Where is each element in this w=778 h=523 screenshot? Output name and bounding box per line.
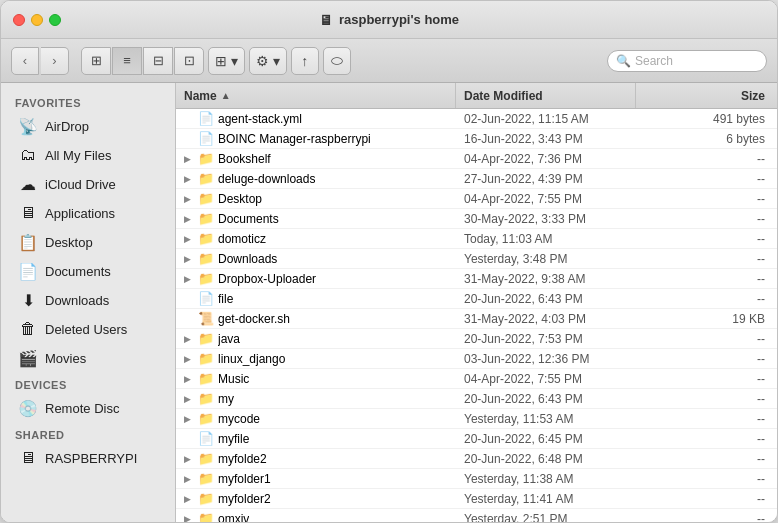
sidebar-icon-documents: 📄 bbox=[19, 262, 37, 280]
sidebar-item-downloads[interactable]: ⬇Downloads bbox=[5, 286, 171, 314]
col-header-name[interactable]: Name ▲ bbox=[176, 83, 456, 108]
table-row[interactable]: ▶📁omxivYesterday, 2:51 PM-- bbox=[176, 509, 777, 522]
table-row[interactable]: ▶📁domoticzToday, 11:03 AM-- bbox=[176, 229, 777, 249]
file-name-cell: ▶📁Dropbox-Uploader bbox=[176, 271, 456, 286]
gallery-view-button[interactable]: ⊡ bbox=[174, 47, 204, 75]
expand-arrow-icon[interactable]: ▶ bbox=[180, 212, 194, 226]
file-type-icon: 📁 bbox=[198, 151, 214, 166]
expand-arrow-icon[interactable]: ▶ bbox=[180, 392, 194, 406]
file-type-icon: 📁 bbox=[198, 271, 214, 286]
sidebar-item-all-my-files[interactable]: 🗂All My Files bbox=[5, 141, 171, 169]
sidebar-item-remote-disc[interactable]: 💿Remote Disc bbox=[5, 394, 171, 422]
file-name-text: Bookshelf bbox=[218, 152, 271, 166]
table-row[interactable]: 📄file20-Jun-2022, 6:43 PM-- bbox=[176, 289, 777, 309]
sidebar-item-icloud-drive[interactable]: ☁iCloud Drive bbox=[5, 170, 171, 198]
col-header-date[interactable]: Date Modified bbox=[456, 83, 636, 108]
arrange-button[interactable]: ⊞ ▾ bbox=[208, 47, 245, 75]
expand-arrow-icon[interactable]: ▶ bbox=[180, 512, 194, 523]
file-name-text: Music bbox=[218, 372, 249, 386]
file-size-cell: -- bbox=[636, 152, 777, 166]
forward-button[interactable]: › bbox=[41, 47, 69, 75]
sidebar-label-downloads: Downloads bbox=[45, 293, 109, 308]
table-row[interactable]: ▶📁my20-Jun-2022, 6:43 PM-- bbox=[176, 389, 777, 409]
file-size-cell: -- bbox=[636, 512, 777, 523]
titlebar: 🖥 raspberrypi's home bbox=[1, 1, 777, 39]
table-row[interactable]: ▶📁Desktop04-Apr-2022, 7:55 PM-- bbox=[176, 189, 777, 209]
expand-arrow-icon[interactable]: ▶ bbox=[180, 152, 194, 166]
file-type-icon: 📄 bbox=[198, 111, 214, 126]
table-row[interactable]: ▶📁Music04-Apr-2022, 7:55 PM-- bbox=[176, 369, 777, 389]
expand-arrow-icon[interactable]: ▶ bbox=[180, 452, 194, 466]
search-box[interactable]: 🔍 Search bbox=[607, 50, 767, 72]
table-row[interactable]: ▶📁myfolder2Yesterday, 11:41 AM-- bbox=[176, 489, 777, 509]
window-title: 🖥 raspberrypi's home bbox=[319, 12, 459, 28]
share-button[interactable]: ↑ bbox=[291, 47, 319, 75]
table-row[interactable]: ▶📁DownloadsYesterday, 3:48 PM-- bbox=[176, 249, 777, 269]
sidebar-section-label-favorites: Favorites bbox=[1, 91, 175, 111]
view-buttons: ⊞ ≡ ⊟ ⊡ bbox=[81, 47, 204, 75]
expand-arrow-icon[interactable]: ▶ bbox=[180, 232, 194, 246]
sidebar-item-documents[interactable]: 📄Documents bbox=[5, 257, 171, 285]
file-size-cell: -- bbox=[636, 432, 777, 446]
file-size-cell: -- bbox=[636, 352, 777, 366]
table-row[interactable]: ▶📁myfolde220-Jun-2022, 6:48 PM-- bbox=[176, 449, 777, 469]
close-button[interactable] bbox=[13, 14, 25, 26]
table-row[interactable]: ▶📁Bookshelf04-Apr-2022, 7:36 PM-- bbox=[176, 149, 777, 169]
table-row[interactable]: ▶📁linux_django03-Jun-2022, 12:36 PM-- bbox=[176, 349, 777, 369]
sidebar-icon-icloud-drive: ☁ bbox=[19, 175, 37, 193]
file-size-cell: -- bbox=[636, 232, 777, 246]
table-row[interactable]: 📜get-docker.sh31-May-2022, 4:03 PM19 KB bbox=[176, 309, 777, 329]
action-button[interactable]: ⚙ ▾ bbox=[249, 47, 287, 75]
search-placeholder: Search bbox=[635, 54, 673, 68]
expand-arrow-icon[interactable]: ▶ bbox=[180, 352, 194, 366]
sidebar-icon-remote-disc: 💿 bbox=[19, 399, 37, 417]
sidebar-item-applications[interactable]: 🖥Applications bbox=[5, 199, 171, 227]
expand-arrow-icon[interactable]: ▶ bbox=[180, 252, 194, 266]
table-row[interactable]: ▶📁java20-Jun-2022, 7:53 PM-- bbox=[176, 329, 777, 349]
expand-arrow-icon[interactable]: ▶ bbox=[180, 272, 194, 286]
sidebar-item-movies[interactable]: 🎬Movies bbox=[5, 344, 171, 372]
file-date-cell: 04-Apr-2022, 7:55 PM bbox=[456, 372, 636, 386]
file-name-text: agent-stack.yml bbox=[218, 112, 302, 126]
file-name-text: domoticz bbox=[218, 232, 266, 246]
expand-arrow-icon[interactable]: ▶ bbox=[180, 492, 194, 506]
file-date-cell: 20-Jun-2022, 6:43 PM bbox=[456, 392, 636, 406]
file-name-cell: ▶📁Desktop bbox=[176, 191, 456, 206]
sidebar-item-desktop[interactable]: 📋Desktop bbox=[5, 228, 171, 256]
file-name-text: Downloads bbox=[218, 252, 277, 266]
column-view-button[interactable]: ⊟ bbox=[143, 47, 173, 75]
table-row[interactable]: 📄agent-stack.yml02-Jun-2022, 11:15 AM491… bbox=[176, 109, 777, 129]
file-date-cell: Today, 11:03 AM bbox=[456, 232, 636, 246]
expand-arrow-icon[interactable]: ▶ bbox=[180, 372, 194, 386]
expand-arrow-icon[interactable]: ▶ bbox=[180, 332, 194, 346]
table-row[interactable]: ▶📁mycodeYesterday, 11:53 AM-- bbox=[176, 409, 777, 429]
toolbar: ‹ › ⊞ ≡ ⊟ ⊡ ⊞ ▾ ⚙ ▾ ↑ ⬭ 🔍 Search bbox=[1, 39, 777, 83]
icon-view-button[interactable]: ⊞ bbox=[81, 47, 111, 75]
table-row[interactable]: ▶📁Documents30-May-2022, 3:33 PM-- bbox=[176, 209, 777, 229]
table-row[interactable]: ▶📁Dropbox-Uploader31-May-2022, 9:38 AM-- bbox=[176, 269, 777, 289]
minimize-button[interactable] bbox=[31, 14, 43, 26]
expand-arrow-icon[interactable]: ▶ bbox=[180, 172, 194, 186]
file-name-cell: ▶📁my bbox=[176, 391, 456, 406]
list-view-button[interactable]: ≡ bbox=[112, 47, 142, 75]
sidebar-label-applications: Applications bbox=[45, 206, 115, 221]
back-button[interactable]: ‹ bbox=[11, 47, 39, 75]
expand-arrow-icon[interactable]: ▶ bbox=[180, 412, 194, 426]
sidebar-item-airdrop[interactable]: 📡AirDrop bbox=[5, 112, 171, 140]
expand-arrow-icon[interactable]: ▶ bbox=[180, 192, 194, 206]
col-header-size[interactable]: Size bbox=[636, 83, 777, 108]
file-name-text: myfile bbox=[218, 432, 249, 446]
expand-arrow-icon[interactable]: ▶ bbox=[180, 472, 194, 486]
table-row[interactable]: 📄BOINC Manager-raspberrypi16-Jun-2022, 3… bbox=[176, 129, 777, 149]
file-name-cell: ▶📁linux_django bbox=[176, 351, 456, 366]
tag-button[interactable]: ⬭ bbox=[323, 47, 351, 75]
file-size-cell: -- bbox=[636, 392, 777, 406]
table-row[interactable]: ▶📁myfolder1Yesterday, 11:38 AM-- bbox=[176, 469, 777, 489]
sidebar-item-deleted-users[interactable]: 🗑Deleted Users bbox=[5, 315, 171, 343]
file-size-cell: -- bbox=[636, 452, 777, 466]
maximize-button[interactable] bbox=[49, 14, 61, 26]
table-row[interactable]: 📄myfile20-Jun-2022, 6:45 PM-- bbox=[176, 429, 777, 449]
file-type-icon: 📁 bbox=[198, 371, 214, 386]
sidebar-item-raspberrypi[interactable]: 🖥RASPBERRYPI bbox=[5, 444, 171, 472]
table-row[interactable]: ▶📁deluge-downloads27-Jun-2022, 4:39 PM-- bbox=[176, 169, 777, 189]
